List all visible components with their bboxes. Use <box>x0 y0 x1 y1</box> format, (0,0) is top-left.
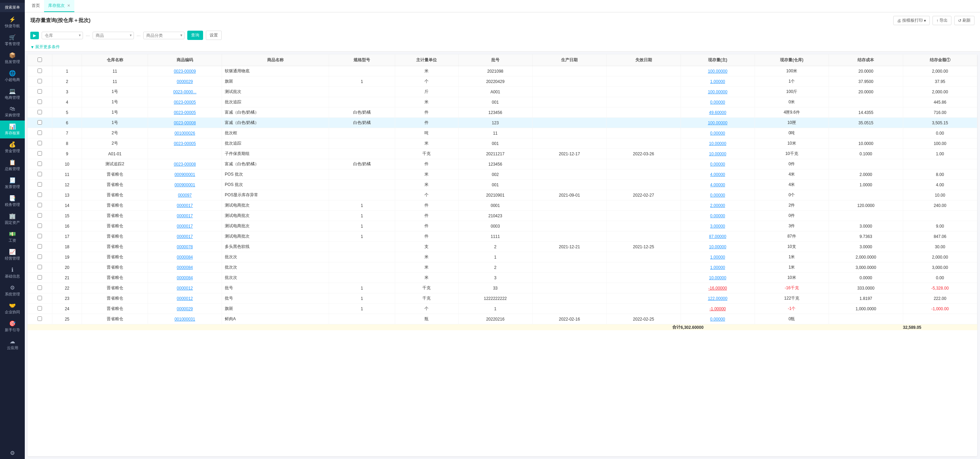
qty-main-link[interactable]: 0.00000 <box>710 100 725 105</box>
sidebar-item-税务管理[interactable]: 📑 税务管理 <box>0 192 25 210</box>
row-check[interactable] <box>27 159 52 169</box>
row-check[interactable] <box>27 128 52 139</box>
code-link[interactable]: 000097 <box>178 193 192 198</box>
sidebar-item-小超电商[interactable]: 🌐 小超电商 <box>0 67 25 85</box>
qty-main-link[interactable]: 10.00000 <box>709 276 726 280</box>
qty-main-link[interactable]: 100.00000 <box>708 121 727 125</box>
row-check[interactable] <box>27 190 52 201</box>
tab-inventory-batch[interactable]: 库存批次 ✕ <box>44 0 74 12</box>
select-all-checkbox[interactable] <box>38 57 42 62</box>
settings-btn[interactable]: 设置 <box>206 31 222 40</box>
sidebar-item-固定资产[interactable]: 🏢 固定资产 <box>0 210 25 228</box>
row-check[interactable] <box>27 252 52 262</box>
qty-main-link[interactable]: 0.00000 <box>710 131 725 135</box>
qty-main-link[interactable]: 0.00000 <box>710 162 725 167</box>
row-check[interactable] <box>27 118 52 128</box>
qty-main-link[interactable]: 4.00000 <box>710 183 725 187</box>
qty-main-link[interactable]: 100.00000 <box>708 89 727 94</box>
row-check[interactable] <box>27 273 52 283</box>
warehouse-input[interactable] <box>41 32 83 39</box>
qty-main-link[interactable]: 0.00000 <box>710 214 725 218</box>
export-btn[interactable]: ↑ 导出 <box>932 16 951 25</box>
sidebar-item-新手引导[interactable]: 🎯 新手引导 <box>0 317 25 335</box>
sidebar-item-批发管理[interactable]: 📦 批发管理 <box>0 49 25 67</box>
row-check[interactable] <box>27 66 52 76</box>
code-link[interactable]: 0000078 <box>177 244 193 249</box>
sidebar-settings[interactable]: ⚙ <box>0 447 25 459</box>
sidebar-item-资金管理[interactable]: 💰 资金管理 <box>0 139 25 156</box>
sidebar-item-采购管理[interactable]: 🛍 采购管理 <box>0 103 25 121</box>
code-link[interactable]: 0000012 <box>177 296 193 301</box>
refresh-btn[interactable]: ↺ 刷新 <box>954 16 975 25</box>
code-link[interactable]: 0023-00005 <box>174 141 196 146</box>
row-check[interactable] <box>27 211 52 221</box>
code-link[interactable]: 0000012 <box>177 286 193 291</box>
row-check[interactable] <box>27 149 52 159</box>
row-check[interactable] <box>27 139 52 149</box>
query-btn[interactable]: 查询 <box>187 31 203 40</box>
qty-main-link[interactable]: 100.00000 <box>708 69 727 74</box>
qty-main-link[interactable]: 10.00000 <box>709 151 726 156</box>
row-check[interactable] <box>27 107 52 118</box>
sidebar-item-企业协同[interactable]: 🤝 企业协同 <box>0 300 25 317</box>
qty-main-link[interactable]: -16.00000 <box>708 286 727 291</box>
row-check[interactable] <box>27 262 52 273</box>
qty-main-link[interactable]: 4.00000 <box>710 172 725 177</box>
code-link[interactable]: 0023-00008 <box>174 162 196 167</box>
qty-main-link[interactable]: 10.00000 <box>709 141 726 146</box>
sidebar-item-库存核算[interactable]: 📊 库存核算 <box>0 121 25 139</box>
code-link[interactable]: 0000084 <box>177 265 193 270</box>
row-check[interactable] <box>27 97 52 107</box>
tab-home[interactable]: 首页 <box>27 0 44 12</box>
sidebar-item-工资[interactable]: 💵 工资 <box>0 228 25 246</box>
qty-main-link[interactable]: 1.00000 <box>710 265 725 270</box>
code-link[interactable]: 001000031 <box>175 317 195 322</box>
row-check[interactable] <box>27 242 52 252</box>
sidebar-item-总账管理[interactable]: 📋 总账管理 <box>0 156 25 174</box>
code-link[interactable]: 0023-00009 <box>174 69 196 74</box>
qty-main-link[interactable]: -1.00000 <box>710 306 725 311</box>
code-link[interactable]: 0023-00005 <box>174 100 196 105</box>
sidebar-item-经营管理[interactable]: 📈 经营管理 <box>0 246 25 264</box>
row-check[interactable] <box>27 169 52 180</box>
sidebar-item-基础信息[interactable]: ℹ 基础信息 <box>0 264 25 282</box>
code-link[interactable]: 000900001 <box>175 183 195 187</box>
row-check[interactable] <box>27 283 52 293</box>
row-check[interactable] <box>27 221 52 231</box>
sidebar-item-系统管理[interactable]: ⚙ 系统管理 <box>0 282 25 300</box>
sidebar-item-发票管理[interactable]: 🧾 发票管理 <box>0 174 25 192</box>
sidebar-item-电商管理[interactable]: 💻 电商管理 <box>0 85 25 103</box>
row-check[interactable] <box>27 231 52 242</box>
code-link[interactable]: 0023-00005 <box>174 110 196 115</box>
code-link[interactable]: 0023-0000... <box>173 89 196 94</box>
tab-close-btn[interactable]: ✕ <box>67 3 70 8</box>
code-link[interactable]: 000900001 <box>175 172 195 177</box>
row-check[interactable] <box>27 87 52 97</box>
filter-expand-arrow[interactable]: ▶ <box>30 32 39 39</box>
print-btn[interactable]: 🖨 按模板打印 ▾ <box>893 16 930 25</box>
sidebar-logo[interactable]: 搜索菜单 <box>0 3 25 12</box>
row-check[interactable] <box>27 180 52 190</box>
qty-main-link[interactable]: 0.00000 <box>710 193 725 198</box>
code-link[interactable]: 0000017 <box>177 203 193 208</box>
code-link[interactable]: 001000026 <box>175 131 195 135</box>
qty-main-link[interactable]: 1.00000 <box>710 255 725 260</box>
sidebar-item-云应用[interactable]: ☁ 云应用 <box>0 335 25 353</box>
goods-input[interactable] <box>92 32 134 39</box>
category-input[interactable] <box>143 32 185 39</box>
qty-main-link[interactable]: 2.00000 <box>710 203 725 208</box>
row-check[interactable] <box>27 314 52 324</box>
row-check[interactable] <box>27 76 52 87</box>
code-link[interactable]: 0000017 <box>177 214 193 218</box>
code-link[interactable]: 0000029 <box>177 79 193 84</box>
row-check[interactable] <box>27 201 52 211</box>
qty-main-link[interactable]: 87.00000 <box>709 234 726 239</box>
code-link[interactable]: 0000084 <box>177 276 193 280</box>
code-link[interactable]: 0000017 <box>177 234 193 239</box>
qty-main-link[interactable]: 49.60000 <box>709 110 726 115</box>
sidebar-item-零售管理[interactable]: 🛒 零售管理 <box>0 31 25 49</box>
qty-main-link[interactable]: 1.00000 <box>710 79 725 84</box>
expand-more-btn[interactable]: ▼ 展开更多条件 <box>30 43 975 51</box>
qty-main-link[interactable]: 122.00000 <box>708 296 727 301</box>
code-link[interactable]: 0023-00008 <box>174 121 196 125</box>
